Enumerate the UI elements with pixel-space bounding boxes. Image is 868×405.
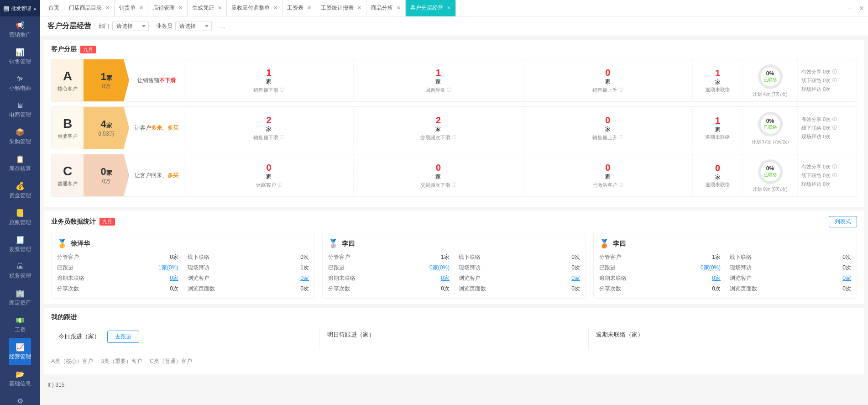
sidebar-item-小畅电商[interactable]: 🛍小畅电商 [9,70,31,97]
tab-close-icon[interactable]: ✕ [178,5,183,11]
info-icon[interactable]: ⓘ [277,182,282,188]
agent-stat-value[interactable]: 0家 [441,274,450,282]
right-info-icon[interactable]: ⓘ [832,68,837,75]
sidebar-item-固定资产[interactable]: 🏢固定资产 [9,284,31,311]
agent-stat-value[interactable]: 0家(0%) [429,264,450,272]
list-view-button[interactable]: 列表式 [829,216,857,227]
agent-medal-icon: 🥉 [599,239,609,249]
tab-销货单[interactable]: 销货单✕ [115,0,148,16]
info-icon[interactable]: ⓘ [447,87,451,93]
sidebar-item-基础信息[interactable]: 📂基础信息 [9,365,31,392]
tier-followup: 1家 逾期未联络 [692,107,743,149]
tab-close-icon[interactable]: ✕ [307,5,311,11]
right-info-icon[interactable]: ⓘ [832,116,837,122]
sidebar-item-总账管理[interactable]: 📒总账管理 [9,204,31,231]
agent-cards-container: 🥇 徐泽华 分管客户 0家 线下联络 0次 已跟进 1家(0%) 现场拜访 1次… [51,233,857,299]
tab-close-icon[interactable]: ✕ [273,5,277,11]
tab-label: 首页 [48,4,59,12]
tab-客户分层经营[interactable]: 客户分层经营✕ [406,0,456,16]
agent-name: 李四 [342,240,355,248]
agent-stat-value[interactable]: 0家 [300,274,309,282]
tab-商品分析[interactable]: 商品分析✕ [366,0,406,16]
agent-stat-value[interactable]: 0家 [571,274,580,282]
agent-medal-icon: 🥇 [57,239,67,249]
info-icon[interactable]: ⓘ [280,87,284,93]
tier-stat: 2家 交易频次下滑 ⓘ [354,107,523,149]
tab-工资统计报表[interactable]: 工资统计报表✕ [316,0,366,16]
tier-stat: 0家 已激活客户 ⓘ [523,154,692,196]
right-stat-item: 有效分享 0次 ⓘ [801,163,853,170]
tab-工资表[interactable]: 工资表✕ [282,0,316,16]
tier-count-num: 0家 [100,166,112,178]
agent-stat-value[interactable]: 0家 [170,274,178,282]
agent-stat-value[interactable]: 0家 [712,274,721,282]
stat-num: 0 [436,163,441,173]
sidebar-logo[interactable]: ▤ 批发管理 ▲ [0,0,40,16]
agent-stat-value: 0次 [300,253,309,261]
agent-select[interactable]: 请选择 [175,21,212,31]
sidebar-item-发票管理[interactable]: 🧾发票管理 [9,231,31,258]
tab-close-icon[interactable]: ✕ [357,5,361,11]
followup-row-label-a: A类（核心）客户 [51,358,93,365]
stat-label: 休眠客户 ⓘ [256,182,282,189]
tier-count-block: 4家 0.53万 [84,107,129,149]
sidebar-item-电商管理[interactable]: 🖥电商管理 [9,97,31,123]
tab-close-icon[interactable]: ✕ [139,5,143,11]
info-icon[interactable]: ⓘ [280,134,284,141]
right-info-icon[interactable]: ⓘ [832,125,837,131]
info-icon[interactable]: ⓘ [452,134,456,141]
sidebar-item-经营管理[interactable]: 📈经营管理 [9,338,31,365]
right-info-icon[interactable]: ⓘ [832,77,837,84]
tier-name: 普通客户 [58,180,78,187]
sidebar-item-库存核算[interactable]: 📋库存核算 [9,150,31,177]
info-icon[interactable]: ⓘ [619,182,623,188]
agent-header: 🥇 徐泽华 [57,239,309,249]
customer-section-header: 客户分层 九月 [51,45,857,53]
sidebar-icon: 🏛 [9,263,31,271]
tab-close-icon[interactable]: ✕ [397,5,401,11]
tab-首页[interactable]: 首页 [44,0,64,16]
circle-percent: 0% [763,165,777,172]
right-stat-text: 有效分享 0次 [801,116,831,123]
sidebar-item-销售管理[interactable]: 📊销售管理 [9,43,31,70]
info-icon[interactable]: ⓘ [619,87,623,93]
sidebar-item-系统管理[interactable]: ⚙系统管理 [9,392,31,405]
right-info-icon[interactable]: ⓘ [832,163,837,170]
agent-stat-value: 0次 [842,285,851,293]
department-select[interactable]: 请选择 [112,21,149,31]
sidebar-item-采购管理[interactable]: 📦采购管理 [9,123,31,150]
more-filters-icon[interactable]: … [219,22,225,30]
tab-应收应付调整单[interactable]: 应收应付调整单✕ [227,0,282,16]
agent-stat-row: 现场拜访 1次 [188,264,309,272]
sidebar-item-label: 总账管理 [9,219,31,226]
circle-container: 0% 已联络 [757,158,784,185]
right-info-icon[interactable]: ⓘ [832,172,837,179]
info-icon[interactable]: ⓘ [452,182,456,188]
tab-close-icon[interactable]: ✕ [447,5,451,11]
customer-section-title: 客户分层 [51,45,77,53]
tier-stats: 2家 销售额下滑 ⓘ 2家 交易频次下滑 ⓘ 0家 销售额上升 ⓘ [184,107,692,149]
goto-button[interactable]: 去跟进 [107,331,139,343]
tab-close-icon[interactable]: ✕ [105,5,110,11]
tier-followup: 0家 逾期未联络 [692,154,743,196]
followup-row-label-b: B类（重要）客户 [100,358,142,365]
sidebar-item-资金管理[interactable]: 💰资金管理 [9,177,31,204]
tab-门店商品目录[interactable]: 门店商品目录✕ [64,0,115,16]
followup-card-title: 逾期未联络（家） [596,331,850,339]
agent-stat-value[interactable]: 1家(0%) [158,264,178,272]
sidebar-item-税务管理[interactable]: 🏛税务管理 [9,258,31,284]
sidebar-item-营销推广[interactable]: 📢营销推广 [9,16,31,43]
tab-生成凭证[interactable]: 生成凭证✕ [188,0,227,16]
agent-stat-label: 浏览页面数 [188,285,215,293]
tier-right-stats: 有效分享 0次 ⓘ 线下联络 0次 ⓘ 现场拜访 0次 [797,154,857,196]
info-icon[interactable]: ⓘ [619,134,623,141]
sidebar-item-工资[interactable]: 💵工资 [9,311,31,338]
tab-close-icon[interactable]: ✕ [218,5,222,11]
window-minimize-icon[interactable]: — [847,5,853,12]
tab-label: 店铺管理 [153,4,175,12]
window-close-icon[interactable]: ✕ [859,5,864,12]
sidebar-icon: 🛍 [9,75,31,83]
tab-店铺管理[interactable]: 店铺管理✕ [148,0,188,16]
agent-stat-value[interactable]: 0家(0%) [701,264,721,272]
agent-stat-value[interactable]: 0家 [842,274,851,282]
